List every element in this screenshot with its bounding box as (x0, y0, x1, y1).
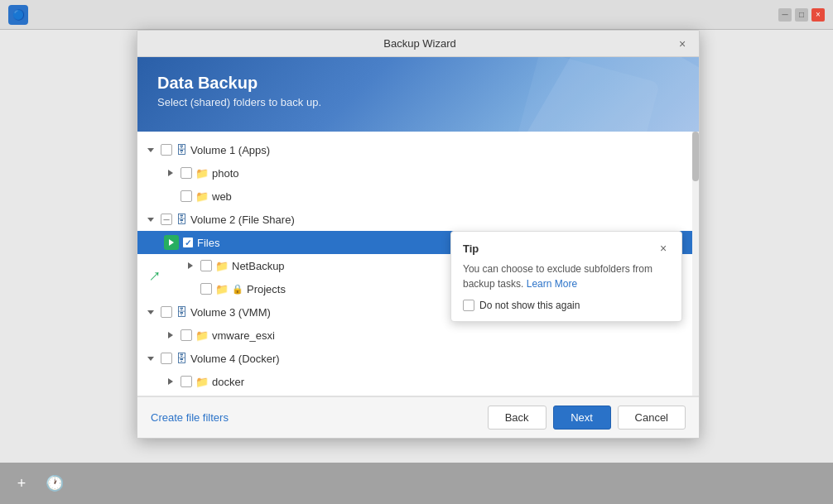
expand-volume4[interactable] (144, 352, 157, 365)
maximize-button[interactable]: □ (795, 8, 808, 22)
tip-popup: Tip × You can choose to exclude subfolde… (450, 231, 682, 322)
vmware-label: vmware_esxi (212, 329, 692, 342)
tip-title: Tip (463, 242, 479, 255)
folder-icon-netbackup: 📁 (215, 260, 229, 272)
scrollbar-track[interactable] (692, 132, 699, 396)
next-button[interactable]: Next (553, 406, 611, 430)
tip-header: Tip × (463, 242, 670, 255)
dialog-title: Backup Wizard (164, 37, 676, 50)
dialog-close-button[interactable]: × (676, 37, 689, 50)
tree-item-vmware[interactable]: 📁 vmware_esxi (137, 324, 699, 347)
expand-volume1[interactable] (144, 143, 157, 156)
backup-wizard-dialog: Backup Wizard × Data Backup Select (shar… (137, 30, 700, 439)
expand-projects[interactable] (184, 282, 197, 295)
volume1-label: Volume 1 (Apps) (190, 144, 692, 156)
folder-icon-projects: 📁 (215, 283, 229, 295)
checkbox-volume2[interactable] (161, 214, 172, 225)
dialog-footer: Create file filters Back Next Cancel (137, 396, 699, 438)
tree-item-photo[interactable]: 📁 photo (137, 161, 699, 185)
expand-volume3[interactable] (144, 305, 157, 319)
header-subtitle: Select (shared) folders to back up. (157, 96, 679, 108)
tree-item-volume5[interactable]: 🗄 Volume 5 (137, 393, 699, 396)
volume-icon: 🗄 (176, 143, 187, 156)
tip-do-not-show-checkbox[interactable] (463, 300, 474, 311)
volume2-label: Volume 2 (File Share) (190, 214, 692, 226)
expand-volume2[interactable] (144, 213, 157, 226)
checkbox-volume3[interactable] (161, 306, 172, 318)
folder-icon-web: 📁 (195, 190, 209, 203)
photo-label: photo (212, 167, 692, 180)
create-file-filters-link[interactable]: Create file filters (151, 411, 229, 424)
scrollbar-thumb[interactable] (692, 132, 699, 181)
dialog-titlebar: Backup Wizard × (137, 31, 699, 57)
tree-item-volume4[interactable]: 🗄 Volume 4 (Docker) (137, 347, 699, 370)
folder-icon-photo: 📁 (195, 167, 209, 180)
expand-files-green[interactable] (164, 235, 179, 250)
volume4-label: Volume 4 (Docker) (190, 353, 692, 365)
lock-icon: 🔒 (232, 284, 243, 295)
minimize-button[interactable]: ─ (778, 8, 792, 22)
tree-item-docker[interactable]: 📁 docker (137, 370, 699, 393)
docker-label: docker (212, 376, 692, 388)
checkbox-web[interactable] (181, 190, 192, 202)
web-label: web (212, 190, 692, 203)
expand-netbackup[interactable] (184, 259, 197, 272)
dialog-header: Data Backup Select (shared) folders to b… (137, 57, 699, 132)
arrow-indicator: ↑ (151, 266, 160, 285)
checkbox-netbackup[interactable] (200, 260, 212, 271)
expand-photo[interactable] (164, 166, 177, 180)
tree-item-web[interactable]: 📁 web (137, 185, 699, 208)
checkbox-photo[interactable] (181, 167, 192, 179)
tree-item-volume1[interactable]: 🗄 Volume 1 (Apps) (137, 138, 699, 161)
checkbox-docker[interactable] (181, 376, 192, 387)
checkbox-vmware[interactable] (181, 329, 192, 341)
volume3-icon: 🗄 (176, 305, 187, 319)
checkbox-volume4[interactable] (161, 353, 172, 364)
taskbar-history-button[interactable]: 🕐 (41, 470, 68, 497)
cancel-button[interactable]: Cancel (618, 406, 686, 430)
tip-close-button[interactable]: × (657, 242, 670, 255)
folder-icon-vmware: 📁 (195, 329, 209, 342)
checkbox-volume1[interactable] (161, 144, 172, 156)
taskbar: + 🕐 (0, 463, 833, 504)
tree-item-volume2[interactable]: 🗄 Volume 2 (File Share) (137, 208, 699, 231)
expand-web[interactable] (164, 190, 177, 203)
close-parent-button[interactable]: × (811, 8, 825, 22)
volume4-icon: 🗄 (176, 352, 187, 365)
checkbox-projects[interactable] (200, 283, 212, 295)
footer-buttons: Back Next Cancel (488, 406, 686, 430)
expand-vmware[interactable] (164, 329, 177, 342)
tip-learn-more-link[interactable]: Learn More (527, 278, 577, 290)
folder-icon-docker: 📁 (195, 376, 209, 388)
tip-checkbox-row: Do not show this again (463, 300, 670, 311)
header-title: Data Backup (157, 74, 679, 93)
app-icon: 🔵 (8, 5, 28, 25)
volume2-icon: 🗄 (176, 213, 187, 226)
taskbar-add-button[interactable]: + (8, 470, 35, 497)
back-button[interactable]: Back (488, 406, 547, 430)
expand-docker[interactable] (164, 375, 177, 388)
tip-checkbox-label: Do not show this again (479, 300, 580, 311)
checkbox-files[interactable] (182, 237, 194, 248)
tip-text: You can choose to exclude subfolders fro… (463, 262, 670, 291)
